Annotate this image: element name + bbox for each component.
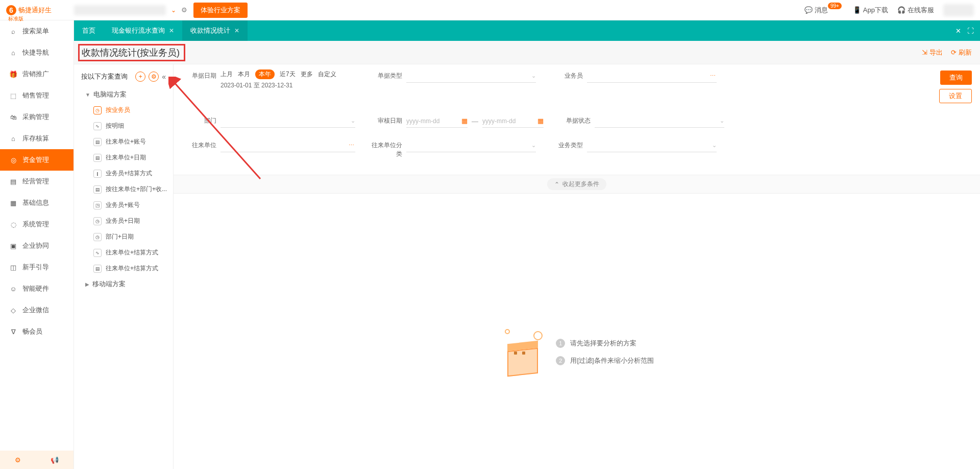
tab-bar: 首页现金银行流水查询✕收款情况统计✕ ✕ ⛶ bbox=[74, 20, 980, 41]
biz-type-select[interactable]: ⌄ bbox=[587, 139, 717, 152]
scheme-item-icon: ∿ bbox=[93, 249, 102, 257]
scheme-item-往来单位+结算方式[interactable]: ▤往来单位+结算方式 bbox=[74, 261, 173, 276]
scheme-group-移动端方案[interactable]: ▶移动端方案 bbox=[74, 276, 173, 292]
quick-more[interactable]: 更多 bbox=[301, 70, 313, 79]
nav-icon: ▦ bbox=[9, 199, 17, 207]
add-scheme-button[interactable]: + bbox=[135, 72, 145, 82]
scheme-item-按往来单位+部门+收...[interactable]: ▤按往来单位+部门+收... bbox=[74, 181, 173, 197]
scheme-settings-button[interactable]: ⚙ bbox=[149, 72, 159, 82]
service-button[interactable]: 🎧 在线客服 bbox=[897, 6, 934, 15]
tab-收款情况统计[interactable]: 收款情况统计✕ bbox=[182, 20, 248, 41]
fullscreen-icon[interactable]: ⛶ bbox=[967, 27, 974, 35]
scheme-item-icon: ∿ bbox=[93, 122, 102, 130]
audit-date-to[interactable]: yyyy-mm-dd▦ bbox=[482, 114, 544, 128]
tab-close-icon[interactable]: ✕ bbox=[169, 27, 174, 34]
nav-item-企业微信[interactable]: ◇企业微信 bbox=[0, 299, 74, 321]
nav-item-库存核算[interactable]: ⌂库存核算 bbox=[0, 128, 74, 149]
nav-icon: ◌ bbox=[9, 220, 17, 228]
scheme-group-电脑端方案[interactable]: ▼电脑端方案 bbox=[74, 87, 173, 102]
collapse-filters-button[interactable]: ⌃ 收起更多条件 bbox=[547, 178, 606, 190]
scheme-item-icon: ◷ bbox=[93, 106, 102, 114]
top-right-actions: 💬 消息 99+ 📱 App下载 🎧 在线客服 bbox=[804, 4, 974, 16]
tab-现金银行流水查询[interactable]: 现金银行流水查询✕ bbox=[104, 20, 182, 41]
scheme-item-业务员+账号[interactable]: ◳业务员+账号 bbox=[74, 197, 173, 213]
quick-7days[interactable]: 近7天 bbox=[280, 70, 296, 79]
nav-item-基础信息[interactable]: ▦基础信息 bbox=[0, 192, 74, 214]
scheme-item-往来单位+结算方式[interactable]: ∿往来单位+结算方式 bbox=[74, 245, 173, 261]
collapse-icon: ⌃ bbox=[554, 181, 559, 188]
page-title: 收款情况统计(按业务员) bbox=[82, 48, 180, 58]
refresh-label: 刷新 bbox=[959, 48, 972, 57]
query-button[interactable]: 查询 bbox=[940, 71, 972, 85]
scheme-item-按明细[interactable]: ∿按明细 bbox=[74, 118, 173, 134]
caret-icon: ▶ bbox=[85, 282, 89, 287]
refresh-button[interactable]: ⟳ 刷新 bbox=[951, 48, 972, 57]
nav-item-新手引导[interactable]: ◫新手引导 bbox=[0, 256, 74, 278]
nav-item-采购管理[interactable]: 🛍采购管理 bbox=[0, 106, 74, 128]
messages-badge: 99+ bbox=[828, 3, 842, 9]
vendor-cat-select[interactable]: ⌄ bbox=[406, 139, 536, 152]
tab-label: 首页 bbox=[82, 26, 95, 35]
nav-item-智能硬件[interactable]: ☺智能硬件 bbox=[0, 278, 74, 299]
nav-icon: ⌂ bbox=[9, 49, 17, 57]
company-name-blurred bbox=[74, 5, 166, 15]
nav-icon: ▤ bbox=[9, 177, 17, 185]
vendor-cat-label: 往来单位分类 bbox=[368, 139, 402, 158]
quick-this-year[interactable]: 本年 bbox=[255, 69, 275, 79]
empty-step-1: 1 请先选择要分析的方案 bbox=[556, 339, 653, 348]
tab-close-all-icon[interactable]: ✕ bbox=[955, 27, 961, 35]
status-select[interactable]: ⌄ bbox=[595, 114, 724, 128]
scheme-item-业务员+日期[interactable]: ◷业务员+日期 bbox=[74, 213, 173, 229]
scheme-item-业务员+结算方式[interactable]: ⫿业务员+结算方式 bbox=[74, 166, 173, 181]
settings-icon[interactable]: ⚙ bbox=[181, 6, 187, 14]
page-header: 收款情况统计(按业务员) ⇲ 导出 ⟳ 刷新 bbox=[74, 41, 980, 64]
tab-label: 现金银行流水查询 bbox=[112, 26, 165, 35]
download-button[interactable]: 📱 App下载 bbox=[853, 6, 888, 15]
group-label: 移动端方案 bbox=[92, 279, 126, 289]
scheme-item-icon: ◷ bbox=[93, 217, 102, 225]
scheme-item-部门+日期[interactable]: ◷部门+日期 bbox=[74, 229, 173, 245]
company-dropdown-icon[interactable]: ⌄ bbox=[171, 7, 176, 14]
group-label: 电脑端方案 bbox=[93, 90, 127, 99]
settings-button[interactable]: 设置 bbox=[939, 89, 972, 103]
quick-this-month[interactable]: 本月 bbox=[238, 70, 250, 79]
nav-item-系统管理[interactable]: ◌系统管理 bbox=[0, 214, 74, 235]
user-avatar-blurred[interactable] bbox=[943, 4, 974, 16]
audit-date-from[interactable]: yyyy-mm-dd▦ bbox=[406, 114, 468, 128]
trial-button[interactable]: 体验行业方案 bbox=[193, 3, 248, 18]
scheme-item-按业务员[interactable]: ◷按业务员 bbox=[74, 102, 173, 118]
left-nav: ⌕搜索菜单⌂快捷导航🎁营销推广⬚销售管理🛍采购管理⌂库存核算◎资金管理▤经营管理… bbox=[0, 20, 74, 469]
collapse-panel-button[interactable]: « bbox=[162, 73, 166, 81]
clerk-select[interactable]: ⋯ bbox=[587, 69, 717, 83]
empty-state: 1 请先选择要分析的方案 2 用[过滤]条件来缩小分析范围 bbox=[174, 194, 980, 469]
scheme-item-label: 往来单位+结算方式 bbox=[106, 264, 158, 273]
tab-首页[interactable]: 首页 bbox=[74, 20, 104, 41]
nav-item-营销推广[interactable]: 🎁营销推广 bbox=[0, 63, 74, 85]
type-select[interactable]: ⌄ bbox=[406, 69, 536, 83]
nav-item-快捷导航[interactable]: ⌂快捷导航 bbox=[0, 42, 74, 63]
nav-item-经营管理[interactable]: ▤经营管理 bbox=[0, 171, 74, 192]
nav-label: 企业微信 bbox=[22, 306, 49, 315]
nav-icon: ⌂ bbox=[9, 134, 17, 143]
messages-button[interactable]: 💬 消息 99+ bbox=[804, 6, 844, 15]
date-dash: — bbox=[472, 118, 478, 125]
export-button[interactable]: ⇲ 导出 bbox=[922, 48, 943, 57]
footer-sound-icon[interactable]: 📢 bbox=[51, 456, 59, 464]
scheme-item-label: 业务员+日期 bbox=[106, 217, 140, 225]
nav-item-搜索菜单[interactable]: ⌕搜索菜单 bbox=[0, 20, 74, 42]
quick-last-month[interactable]: 上月 bbox=[220, 70, 233, 79]
nav-label: 库存核算 bbox=[22, 134, 49, 143]
scheme-item-往来单位+账号[interactable]: ▤往来单位+账号 bbox=[74, 134, 173, 150]
scheme-item-往来单位+日期[interactable]: ▤往来单位+日期 bbox=[74, 150, 173, 166]
tab-close-icon[interactable]: ✕ bbox=[234, 27, 239, 34]
nav-item-销售管理[interactable]: ⬚销售管理 bbox=[0, 85, 74, 106]
footer-gear-icon[interactable]: ⚙ bbox=[15, 456, 21, 464]
nav-item-企业协同[interactable]: ▣企业协同 bbox=[0, 235, 74, 256]
quick-custom[interactable]: 自定义 bbox=[318, 70, 336, 79]
dept-select[interactable]: ⌄ bbox=[220, 114, 355, 128]
nav-item-资金管理[interactable]: ◎资金管理 bbox=[0, 149, 74, 171]
nav-item-畅会员[interactable]: ∇畅会员 bbox=[0, 321, 74, 342]
vendor-select[interactable]: ⋯ bbox=[220, 139, 355, 152]
nav-icon: ◎ bbox=[9, 156, 17, 164]
tab-label: 收款情况统计 bbox=[190, 26, 230, 35]
